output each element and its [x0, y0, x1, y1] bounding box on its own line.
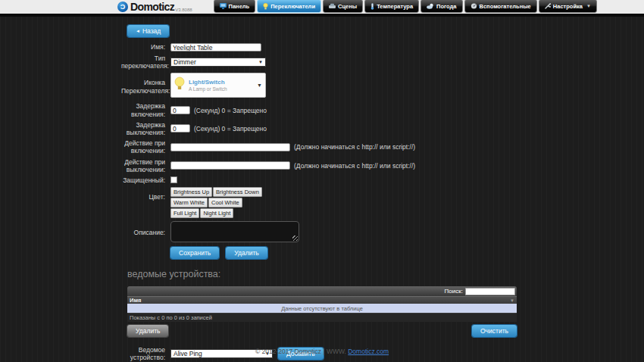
sort-icon: ▼	[510, 298, 514, 303]
main-content: ◄ Назад Имя: Тип переключателя: Dimmer ▼…	[0, 17, 644, 361]
on-delay-input[interactable]	[170, 106, 190, 114]
off-action-hint: (Должно начинаться с http:// или script:…	[294, 162, 415, 170]
on-action-row: Действие при включении: (Должно начинать…	[121, 139, 644, 154]
tab-setup[interactable]: Настройка ▼	[539, 0, 597, 13]
form-actions: Сохранить Удалить	[170, 247, 644, 259]
on-action-label: Действие при включении:	[121, 139, 165, 154]
switch-icon-row: Иконка Переключателя: Light/Switch A Lam…	[121, 73, 644, 98]
tab-temperature[interactable]: Температура	[364, 0, 419, 13]
protected-row: Защищенный:	[121, 176, 644, 184]
description-textarea[interactable]	[170, 221, 299, 242]
color-buttons: Brightness Up Brightness Down Warm White…	[170, 187, 262, 218]
domoticz-link[interactable]: Domoticz.com	[348, 348, 389, 355]
color-label: Цвет:	[121, 193, 165, 201]
utility-icon	[470, 3, 477, 9]
on-action-hint: (Должно начинаться с http:// или script:…	[294, 143, 415, 151]
page-footer: © 2012-2017 Domoticz | WWW. Domoticz.com	[0, 348, 644, 355]
wrench-icon	[545, 3, 551, 9]
brightness-down-button[interactable]: Brightness Down	[213, 187, 262, 197]
lightbulb-icon	[174, 76, 185, 94]
color-row: Цвет: Brightness Up Brightness Down Warm…	[121, 187, 644, 218]
dashboard-icon	[220, 3, 227, 9]
slave-delete-button[interactable]: Удалить	[127, 325, 168, 337]
thermometer-icon	[370, 3, 374, 10]
tab-label: Настройка	[553, 3, 583, 10]
select-arrow-icon: ▼	[258, 60, 263, 64]
table-actions: Удалить Очистить	[127, 325, 517, 337]
icon-picker-title: Light/Switch	[189, 79, 257, 86]
night-light-button[interactable]: Night Light	[200, 208, 233, 218]
save-button[interactable]: Сохранить	[170, 247, 219, 259]
top-navigation-bar: Ɔ Domoticz V3.8088 Панель Переключатели …	[0, 0, 644, 17]
tab-label: Панель	[229, 3, 250, 10]
column-header-label: Имя	[130, 297, 141, 304]
off-delay-label: Задержка выключения:	[121, 121, 165, 136]
switch-icon-label: Иконка Переключателя:	[121, 79, 165, 94]
table-empty-row: Данные отсутствуют в таблице	[127, 304, 517, 313]
tab-utility[interactable]: Вспомогательные	[464, 0, 537, 13]
weather-icon	[427, 3, 434, 9]
slave-devices-title: ведомые устройства:	[127, 269, 517, 279]
switch-type-value: Dimmer	[174, 58, 196, 66]
off-action-row: Действие при выключении: (Должно начинат…	[121, 158, 644, 173]
switch-type-label: Тип переключателя:	[121, 55, 165, 70]
delete-button[interactable]: Удалить	[226, 247, 267, 259]
icon-picker-arrow-icon: ▼	[257, 83, 262, 88]
back-button-label: Назад	[142, 27, 161, 35]
switch-icon-picker[interactable]: Light/Switch A Lamp or Switch ▼	[170, 73, 266, 98]
switch-type-row: Тип переключателя: Dimmer ▼	[121, 55, 644, 70]
switch-type-select[interactable]: Dimmer ▼	[170, 58, 266, 67]
tab-scenes[interactable]: Сцены	[323, 0, 363, 13]
column-header-name[interactable]: Имя ▼	[127, 296, 517, 304]
warm-white-button[interactable]: Warm White	[170, 198, 208, 208]
off-action-input[interactable]	[170, 161, 290, 170]
protected-checkbox[interactable]	[170, 176, 177, 183]
tab-switches[interactable]: Переключатели	[257, 0, 321, 13]
icon-picker-text: Light/Switch A Lamp or Switch	[189, 79, 257, 92]
brand-name: Domoticz	[130, 1, 174, 13]
copyright-text: © 2012-2017 Domoticz | WWW.	[255, 348, 346, 355]
clear-button[interactable]: Очистить	[472, 325, 517, 337]
tab-label: Вспомогательные	[480, 3, 531, 10]
chevron-down-icon: ▼	[586, 4, 591, 8]
name-label: Имя:	[121, 43, 165, 51]
name-row: Имя:	[121, 43, 644, 51]
off-action-label: Действие при выключении:	[121, 158, 165, 173]
off-delay-row: Задержка выключения: (Секунд) 0 = Запрещ…	[121, 121, 644, 136]
icon-picker-subtitle: A Lamp or Switch	[189, 86, 257, 92]
tab-label: Погода	[436, 3, 456, 10]
on-delay-label: Задержка включения:	[121, 102, 165, 117]
bulb-icon	[263, 3, 268, 10]
scenes-icon	[329, 3, 336, 9]
off-delay-hint: (Секунд) 0 = Запрещено	[194, 125, 267, 133]
on-delay-hint: (Секунд) 0 = Запрещено	[194, 107, 267, 114]
nav-tabs: Панель Переключатели Сцены Температура П…	[214, 0, 597, 13]
version-label: V3.8088	[175, 8, 192, 12]
on-action-input[interactable]	[170, 143, 290, 151]
full-light-button[interactable]: Full Light	[170, 208, 199, 218]
description-label: Описание:	[121, 229, 165, 236]
device-edit-form: Имя: Тип переключателя: Dimmer ▼ Иконка …	[121, 43, 644, 259]
back-button[interactable]: ◄ Назад	[127, 25, 169, 37]
name-input[interactable]	[170, 43, 261, 51]
domoticz-logo-icon: Ɔ	[117, 2, 128, 12]
description-row: Описание:	[121, 221, 644, 242]
tab-label: Сцены	[338, 3, 357, 10]
tab-label: Переключатели	[270, 3, 315, 10]
brightness-up-button[interactable]: Brightness Up	[170, 187, 212, 197]
table-info-text: Показаны с 0 по 0 из 0 записей	[127, 313, 517, 322]
tab-weather[interactable]: Погода	[420, 0, 462, 13]
tab-label: Температура	[377, 3, 413, 10]
table-toolbar: Поиск:	[127, 286, 517, 296]
cool-white-button[interactable]: Cool White	[208, 198, 242, 208]
search-label: Поиск:	[445, 288, 463, 295]
tab-dashboard[interactable]: Панель	[214, 0, 256, 13]
on-delay-row: Задержка включения: (Секунд) 0 = Запреще…	[121, 102, 644, 117]
protected-label: Защищенный:	[121, 176, 165, 184]
back-arrow-icon: ◄	[136, 29, 140, 33]
domoticz-logo[interactable]: Ɔ Domoticz V3.8088	[117, 1, 192, 13]
search-input[interactable]	[465, 288, 515, 295]
off-delay-input[interactable]	[170, 124, 190, 133]
